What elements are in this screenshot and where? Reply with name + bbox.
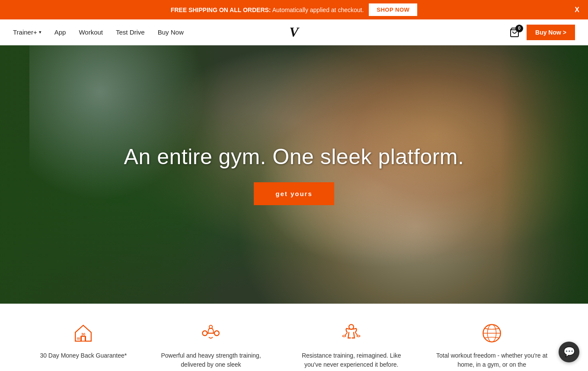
benefit-text-3: Total workout freedom - whether you're a… xyxy=(436,351,548,369)
benefit-text-0: 30 Day Money Back Guarantee* xyxy=(40,351,127,360)
home-guarantee-icon: 30 xyxy=(71,321,95,345)
chat-icon: 💬 xyxy=(563,346,575,358)
chat-bubble[interactable]: 💬 xyxy=(559,342,579,362)
cart-badge: 0 xyxy=(515,25,523,32)
nav-left: Trainer+ App Workout Test Drive Buy Now xyxy=(13,29,184,36)
svg-point-5 xyxy=(203,331,208,336)
benefit-item-1: Powerful and heavy strength training, de… xyxy=(155,321,267,369)
benefit-item-3: Total workout freedom - whether you're a… xyxy=(436,321,548,369)
globe-icon xyxy=(480,321,504,345)
svg-point-10 xyxy=(343,335,346,337)
svg-text:30: 30 xyxy=(81,333,86,336)
benefits-bar: 30 30 Day Money Back Guarantee* xyxy=(0,304,588,371)
get-yours-button[interactable]: get yours xyxy=(254,182,334,205)
benefit-item-0: 30 30 Day Money Back Guarantee* xyxy=(40,321,127,360)
shop-now-button[interactable]: SHOP NOW xyxy=(369,3,417,16)
banner-close-button[interactable]: X xyxy=(575,6,579,14)
cart-icon[interactable]: 0 xyxy=(509,27,520,38)
nav-item-buynow[interactable]: Buy Now xyxy=(158,29,184,36)
banner-bold: FREE SHIPPING ON ALL ORDERS: xyxy=(171,6,271,13)
hero-headline: An entire gym. One sleek platform. xyxy=(124,144,464,169)
hero-content: An entire gym. One sleek platform. get y… xyxy=(124,144,464,205)
nav-item-trainer[interactable]: Trainer+ xyxy=(13,29,42,36)
buy-now-button[interactable]: Buy Now > xyxy=(527,25,575,40)
resistance-icon xyxy=(339,321,363,345)
banner-text: FREE SHIPPING ON ALL ORDERS: Automatical… xyxy=(171,6,364,13)
nav-item-testdrive[interactable]: Test Drive xyxy=(116,29,145,36)
strength-icon xyxy=(199,321,223,345)
benefit-text-2: Resistance training, reimagined. Like yo… xyxy=(295,351,408,369)
navbar: Trainer+ App Workout Test Drive Buy Now … xyxy=(0,19,588,45)
nav-item-workout[interactable]: Workout xyxy=(79,29,103,36)
svg-point-11 xyxy=(357,335,360,337)
nav-item-app[interactable]: App xyxy=(54,29,66,36)
nav-right: 0 Buy Now > xyxy=(509,25,575,40)
site-logo[interactable]: V xyxy=(289,24,298,40)
banner-regular: Automatically applied at checkout. xyxy=(272,6,364,13)
top-banner: FREE SHIPPING ON ALL ORDERS: Automatical… xyxy=(0,0,588,19)
svg-point-6 xyxy=(214,331,219,336)
svg-point-9 xyxy=(349,324,354,329)
hero-section: An entire gym. One sleek platform. get y… xyxy=(0,45,588,304)
benefit-text-1: Powerful and heavy strength training, de… xyxy=(155,351,267,369)
benefit-item-2: Resistance training, reimagined. Like yo… xyxy=(295,321,408,369)
